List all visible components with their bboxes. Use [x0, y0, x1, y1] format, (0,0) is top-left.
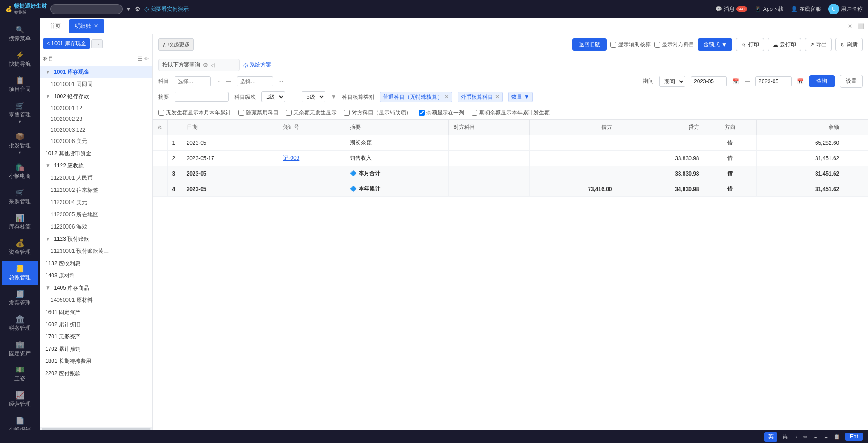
hide-disabled-checkbox[interactable] — [238, 110, 244, 116]
tree-item-10020006[interactable]: 10020006 美元 — [40, 135, 152, 148]
tree-list-icon[interactable]: ☰ — [137, 56, 142, 62]
no-balance-hide-checkbox[interactable] — [286, 110, 292, 116]
tree-nav-current-btn[interactable]: < 1001 库存现金 — [43, 38, 90, 49]
tree-item-11220001[interactable]: 11220001 人民币 — [40, 172, 152, 184]
online-service-btn[interactable]: 👤 在线客服 — [791, 5, 821, 13]
level-start-select[interactable]: 1级 2级 3级 — [261, 91, 285, 102]
bottom-icon-1[interactable]: 英 — [783, 433, 788, 440]
messages-btn[interactable]: 💬 消息 99+ — [715, 5, 747, 13]
translate-btn[interactable]: 英 — [764, 432, 777, 442]
topbar-search-input[interactable] — [50, 4, 123, 14]
tree-item-10020001[interactable]: 10020001 12 — [40, 103, 152, 114]
print-btn[interactable]: 🖨 打印 — [736, 38, 764, 51]
system-scheme-label[interactable]: 系统方案 — [250, 61, 271, 69]
sidebar-item-ledger[interactable]: 📒 总账管理 — [2, 261, 38, 285]
collapse-more-btn[interactable]: ∧ 收起更多 — [158, 38, 194, 51]
tree-item-1601[interactable]: 1601 固定资产 — [40, 306, 152, 319]
tree-item-1001[interactable]: ▼ 1001 库存现金 — [40, 66, 152, 78]
eat-btn[interactable]: Eat — [845, 433, 863, 441]
filter-settings-btn[interactable]: 设置 — [840, 75, 863, 88]
row2-voucher[interactable]: 记-006 — [278, 151, 345, 166]
bottom-cloud-icon-2[interactable]: ☁ — [823, 434, 828, 440]
sidebar-item-quick[interactable]: ⚡ 快捷导航 — [2, 47, 38, 71]
sidebar-item-tax[interactable]: 🏛️ 税务管理 — [2, 311, 38, 336]
tree-item-1002[interactable]: ▼ 1002 银行存款 — [40, 91, 152, 103]
scheme-collapse-icon[interactable]: ◁ — [211, 62, 215, 68]
topbar-gear-icon[interactable]: ⚙ — [135, 5, 141, 13]
sidebar-item-salary[interactable]: 💵 工资 — [2, 362, 38, 386]
tag-foreign-close-icon[interactable]: ✕ — [495, 94, 500, 100]
show-opposite-sub-label[interactable]: 对方科目（显示辅助项） — [344, 109, 411, 117]
tab-close-icon[interactable]: ✕ — [94, 23, 98, 29]
tree-item-1405[interactable]: ▼ 1405 库存商品 — [40, 282, 152, 294]
sidebar-item-inventory[interactable]: 📊 库存核算 — [2, 210, 38, 234]
back-to-old-btn[interactable]: 退回旧版 — [572, 38, 607, 51]
export-btn[interactable]: ↗ 导出 — [805, 38, 832, 51]
sidebar-item-invoice[interactable]: 🧾 发票管理 — [2, 286, 38, 310]
window-minimize-icon[interactable]: ✕ — [848, 23, 852, 29]
tree-item-11220006[interactable]: 11220006 游戏 — [40, 221, 152, 233]
tree-nav-forward-btn[interactable]: → — [91, 39, 103, 48]
period-begin-show-checkbox[interactable] — [472, 110, 477, 116]
period-mode-select[interactable]: 期间 — [659, 76, 685, 87]
tree-item-1701[interactable]: 1701 无形资产 — [40, 331, 152, 343]
period-end-input[interactable] — [755, 76, 792, 86]
cloud-print-btn[interactable]: ☁ 云打印 — [768, 38, 801, 51]
period-end-calendar-icon[interactable]: 📅 — [797, 78, 804, 85]
level-dropdown-icon[interactable]: ▼ — [331, 94, 336, 100]
balance-one-col-checkbox[interactable] — [419, 110, 425, 116]
topbar-dropdown-icon[interactable]: ▼ — [126, 6, 131, 12]
tree-item-1801[interactable]: 1801 长期待摊费用 — [40, 355, 152, 367]
tree-item-10020002[interactable]: 10020002 23 — [40, 114, 152, 124]
tree-item-1122[interactable]: ▼ 1122 应收款 — [40, 160, 152, 172]
tree-item-1123[interactable]: ▼ 1123 预付账款 — [40, 233, 152, 245]
bottom-icon-arrow[interactable]: → — [793, 434, 798, 439]
bottom-cloud-icon-1[interactable]: ☁ — [813, 434, 818, 440]
bottom-clipboard-icon[interactable]: 📋 — [834, 434, 840, 440]
tab-detail-ledger[interactable]: 明细账 ✕ — [69, 19, 104, 33]
no-balance-show-checkbox[interactable] — [158, 110, 164, 116]
sidebar-item-operations[interactable]: 📈 经营管理 — [2, 387, 38, 412]
no-balance-show-label[interactable]: 无发生额显示本月本年累计 — [158, 109, 231, 117]
show-aux-check-label[interactable]: 显示辅助核算 — [610, 41, 651, 48]
tree-edit-icon[interactable]: ✏ — [144, 56, 149, 62]
no-balance-hide-label[interactable]: 无余额无发生显示 — [286, 109, 337, 117]
tree-scroll-bar[interactable] — [40, 427, 152, 430]
tab-home[interactable]: 首页 — [43, 19, 67, 33]
sidebar-item-project[interactable]: 📋 项目合同 — [2, 72, 38, 97]
sidebar-item-capital[interactable]: 💰 资金管理 — [2, 235, 38, 260]
tree-item-11230001[interactable]: 11230001 预付账款黄三 — [40, 245, 152, 257]
tag-foreign[interactable]: 外币核算科目 ✕ — [458, 92, 503, 102]
hide-disabled-label[interactable]: 隐藏禁用科目 — [238, 109, 278, 117]
subject-end-input[interactable] — [237, 76, 273, 86]
sidebar-item-assets[interactable]: 🏢 固定资产 — [2, 337, 38, 361]
app-download-btn[interactable]: 📱 App下载 — [755, 5, 783, 13]
tree-item-10020003[interactable]: 10020003 122 — [40, 124, 152, 135]
user-area[interactable]: U 用户名称 — [828, 4, 863, 14]
level-end-select[interactable]: 6级 5级 — [302, 91, 326, 102]
period-start-input[interactable] — [691, 76, 727, 86]
sidebar-item-sales-report[interactable]: 📄 小畅报销 — [2, 413, 38, 430]
tree-item-1403[interactable]: 1403 原材料 — [40, 270, 152, 282]
tag-normal[interactable]: 普通科目（无特殊核算） ✕ — [380, 92, 452, 102]
summary-input[interactable] — [175, 92, 229, 102]
tree-item-1702[interactable]: 1702 累计摊销 — [40, 343, 152, 355]
balance-one-col-label[interactable]: 余额显示在一列 — [419, 109, 464, 117]
tree-item-11220002[interactable]: 11220002 往来标签 — [40, 184, 152, 196]
tree-item-1602[interactable]: 1602 累计折旧 — [40, 319, 152, 331]
sidebar-item-search[interactable]: 🔍 搜索菜单 — [2, 22, 38, 46]
tree-item-1012[interactable]: 1012 其他货币资金 — [40, 148, 152, 160]
tree-item-11220005[interactable]: 11220005 所在地区 — [40, 209, 152, 221]
bottom-edit-icon[interactable]: ✏ — [803, 434, 807, 440]
tree-item-11220004[interactable]: 11220004 美元 — [40, 196, 152, 209]
query-btn[interactable]: 查询 — [809, 75, 835, 87]
refresh-btn[interactable]: ↻ 刷新 — [835, 38, 863, 51]
col-header-gear[interactable]: ⚙ — [153, 120, 167, 135]
sidebar-item-wholesale[interactable]: 📦 批发管理 ▼ — [2, 129, 38, 158]
sidebar-item-retail[interactable]: 🛒 零售管理 ▼ — [2, 98, 38, 128]
show-opposite-check-label[interactable]: 显示对方科目 — [654, 41, 694, 48]
show-opposite-sub-checkbox[interactable] — [344, 110, 350, 116]
period-begin-show-label[interactable]: 期初余额显示本年累计发生额 — [472, 109, 550, 117]
tag-normal-close-icon[interactable]: ✕ — [444, 94, 449, 100]
window-maximize-icon[interactable]: ⬜ — [858, 23, 864, 29]
